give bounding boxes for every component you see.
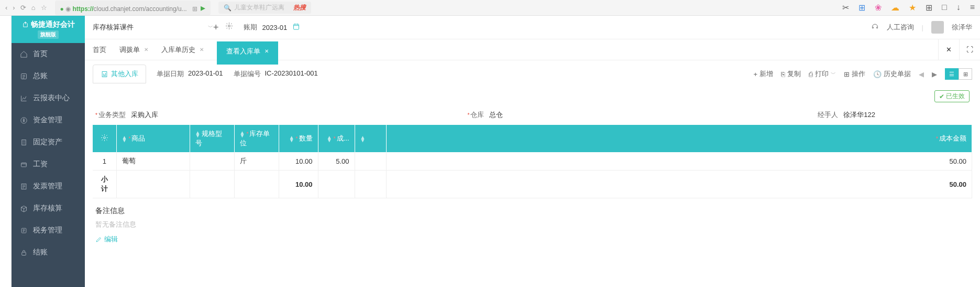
close-icon[interactable]: ✕ <box>265 48 269 54</box>
ext-icon-5[interactable]: ★ <box>909 3 916 13</box>
next-icon[interactable]: ▶ <box>932 70 937 78</box>
sidebar-item-label: 固定资产 <box>33 137 62 147</box>
home-icon[interactable]: ⌂ <box>31 4 36 12</box>
tab-inbound-history[interactable]: 入库单历史 ✕ <box>161 45 204 55</box>
copy-icon: ⎘ <box>781 70 785 78</box>
col-blank[interactable]: ▲▼ <box>355 125 386 152</box>
col-gear[interactable] <box>93 125 116 152</box>
ledger-icon <box>19 72 28 80</box>
add-icon[interactable]: + <box>213 22 219 33</box>
ext-icon-1[interactable]: ✂ <box>842 3 849 13</box>
new-button[interactable]: +新增 <box>753 69 773 79</box>
gear-icon[interactable] <box>225 22 233 33</box>
sidebar-item-inventory[interactable]: 库存核算 <box>12 197 85 219</box>
ops-button[interactable]: ⊞操作 <box>844 69 865 79</box>
period-value: 2023-01 <box>262 24 288 31</box>
search-icon: 🔍 <box>224 4 232 12</box>
col-qty[interactable]: ▲▼*数量 <box>279 125 318 152</box>
ext-icon-4[interactable]: ☁ <box>891 3 899 13</box>
prev-icon[interactable]: ◀ <box>919 70 924 78</box>
avatar[interactable] <box>931 21 944 34</box>
ext-icon-7[interactable]: □ <box>942 3 947 13</box>
browser-search[interactable]: 🔍 儿童女单鞋广远离 热搜 <box>218 2 311 14</box>
doc-type-badge[interactable]: 其他入库 <box>93 65 146 83</box>
lock-icon <box>19 248 28 257</box>
col-label: 商品 <box>131 134 145 142</box>
svg-rect-2 <box>21 140 26 145</box>
sidebar-item-close[interactable]: 结账 <box>12 241 85 263</box>
sidebar-item-ledger[interactable]: 总账 <box>12 65 85 87</box>
list-view-button[interactable]: ☰ <box>945 68 959 80</box>
table-row[interactable]: 1 葡萄 斤 10.00 5.00 50.00 <box>93 152 972 171</box>
status-badge: ✔ 已生效 <box>934 90 970 102</box>
col-spec[interactable]: ▲▼规格型号 <box>190 125 234 152</box>
sidebar-item-label: 税务管理 <box>33 226 62 235</box>
ext-icon-2[interactable]: ⊞ <box>858 3 865 13</box>
hot-badge: 热搜 <box>293 3 306 12</box>
course-name: 库存核算课件 <box>93 23 134 32</box>
field-label: 经手人 <box>818 110 838 120</box>
print-button[interactable]: ⎙打印﹀ <box>809 69 836 79</box>
back-icon[interactable]: ‹ <box>5 4 7 12</box>
forward-icon[interactable]: › <box>13 4 15 12</box>
svg-point-10 <box>103 137 105 139</box>
sidebar-item-label: 发票管理 <box>33 182 62 191</box>
fullscreen-button[interactable]: ⛶ <box>959 39 980 60</box>
tab-label: 查看入库单 <box>226 47 260 56</box>
ext-icon-3[interactable]: ❀ <box>875 3 882 13</box>
close-icon[interactable]: ✕ <box>144 47 148 52</box>
col-unit[interactable]: ▲▼*库存单位 <box>234 125 279 152</box>
address-bar[interactable]: ● ◉ https://cloud.chanjet.com/accounting… <box>55 1 211 15</box>
tab-view-inbound[interactable]: 查看入库单 ✕ <box>217 41 278 65</box>
course-selector[interactable]: 库存核算课件 ﹀ <box>93 23 213 32</box>
ext-icon-9[interactable]: ≡ <box>970 3 975 13</box>
sidebar-item-tax[interactable]: 税务管理 <box>12 219 85 241</box>
remarks-section: 备注信息 暂无备注信息 编辑 <box>95 206 970 244</box>
user-name[interactable]: 徐泽华 <box>952 23 972 32</box>
ext-icon-6[interactable]: ⊞ <box>926 3 932 13</box>
close-icon[interactable]: ✕ <box>200 47 204 52</box>
consult-link[interactable]: 人工咨询 <box>887 23 914 32</box>
period-label: 账期 <box>244 23 257 32</box>
ext-icon-8[interactable]: ↓ <box>956 3 961 13</box>
sidebar-item-funds[interactable]: 资金管理 <box>12 109 85 131</box>
tab-label: 调拨单 <box>119 45 140 55</box>
sidebar-item-label: 首页 <box>33 49 48 59</box>
close-all-tabs-button[interactable]: ✕ <box>938 39 959 60</box>
sidebar-item-home[interactable]: 首页 <box>12 43 85 65</box>
check-icon: ✔ <box>939 93 944 100</box>
sidebar-item-label: 云报表中心 <box>33 93 70 103</box>
copy-button[interactable]: ⎘复制 <box>781 69 801 79</box>
tab-transfer[interactable]: 调拨单 ✕ <box>119 45 148 55</box>
col-product[interactable]: ▲▼*商品 <box>116 125 190 152</box>
chevron-down-icon: ﹀ <box>831 70 836 78</box>
tab-home[interactable]: 首页 <box>93 45 106 55</box>
edition-badge: 旗舰版 <box>38 30 59 39</box>
history-button[interactable]: 🕓历史单据 <box>873 69 911 79</box>
col-amount[interactable]: *成本金额 <box>386 125 972 152</box>
star-icon[interactable]: ☆ <box>41 4 47 12</box>
edit-label: 编辑 <box>104 235 118 244</box>
doc-date-label: 单据日期 <box>157 69 184 79</box>
svg-rect-3 <box>21 163 26 167</box>
brand-logo[interactable]: 畅捷通好会计 旗舰版 <box>12 16 85 43</box>
search-placeholder: 儿童女单鞋广远离 <box>234 3 284 12</box>
sidebar-item-invoice[interactable]: 发票管理 <box>12 175 85 197</box>
cell-product: 葡萄 <box>116 152 190 171</box>
refresh-icon[interactable]: ⟳ <box>20 4 26 12</box>
card-view-button[interactable]: ⊞ <box>959 68 972 80</box>
sidebar-item-assets[interactable]: 固定资产 <box>12 131 85 153</box>
sidebar-item-salary[interactable]: 工资 <box>12 153 85 175</box>
edit-remarks-button[interactable]: 编辑 <box>95 235 970 244</box>
svg-rect-8 <box>294 24 299 29</box>
cell-price: 5.00 <box>318 152 355 171</box>
cell-blank <box>355 152 386 171</box>
headset-icon[interactable] <box>871 23 879 32</box>
chevron-down-icon: ﹀ <box>208 24 213 31</box>
col-price[interactable]: ▲▼*成... <box>318 125 355 152</box>
calendar-icon[interactable] <box>292 23 300 32</box>
action-label: 打印 <box>815 69 829 79</box>
sidebar-item-reports[interactable]: 云报表中心 <box>12 87 85 109</box>
field-value: 总仓 <box>489 110 503 120</box>
items-table: ▲▼*商品 ▲▼规格型号 ▲▼*库存单位 ▲▼*数量 ▲▼*成... ▲▼ *成… <box>93 125 972 198</box>
